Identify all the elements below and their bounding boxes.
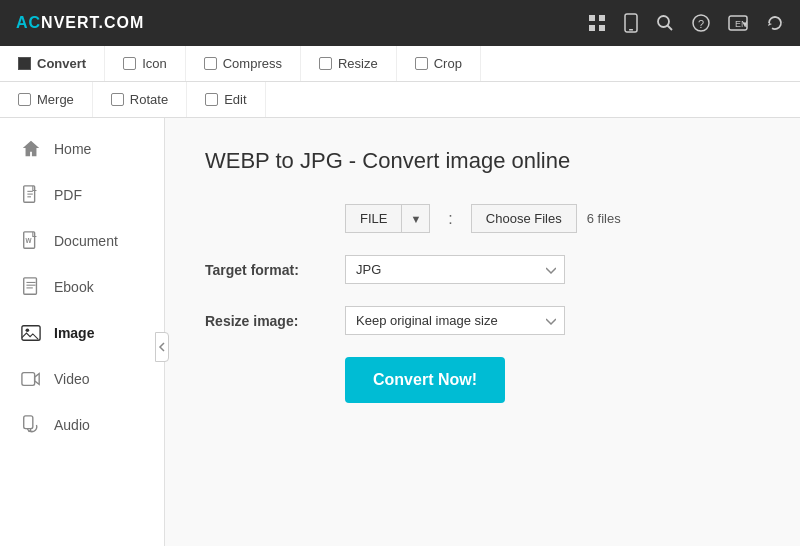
sidebar-item-video[interactable]: Video xyxy=(0,356,164,402)
file-dropdown-button[interactable]: ▼ xyxy=(402,204,430,233)
nav-item-edit[interactable]: Edit xyxy=(187,82,265,117)
topbar: ACNVERT.COM ? xyxy=(0,0,800,46)
svg-rect-20 xyxy=(24,278,37,294)
check-icon-icon xyxy=(123,57,136,70)
sidebar-collapse-button[interactable] xyxy=(155,332,169,362)
file-button[interactable]: FILE xyxy=(345,204,402,233)
nav-item-icon[interactable]: Icon xyxy=(105,46,186,81)
check-rotate-icon xyxy=(111,93,124,106)
ebook-icon xyxy=(20,276,42,298)
sidebar-item-home[interactable]: Home xyxy=(0,126,164,172)
nav-edit-label: Edit xyxy=(224,92,246,107)
svg-rect-28 xyxy=(24,416,33,429)
svg-text:▼: ▼ xyxy=(782,20,784,29)
nav-menu-row1: Convert Icon Compress Resize Crop xyxy=(0,46,800,82)
target-format-row: Target format: JPG PNG WEBP GIF BMP TIFF xyxy=(205,255,760,284)
svg-text:?: ? xyxy=(698,18,704,30)
page-title: WEBP to JPG - Convert image online xyxy=(205,148,760,174)
check-crop-icon xyxy=(415,57,428,70)
resize-image-label: Resize image: xyxy=(205,313,345,329)
svg-text:W: W xyxy=(26,237,32,244)
svg-rect-2 xyxy=(589,25,595,31)
pdf-icon xyxy=(20,184,42,206)
svg-line-7 xyxy=(668,26,673,31)
target-format-select[interactable]: JPG PNG WEBP GIF BMP TIFF xyxy=(345,255,565,284)
audio-icon xyxy=(20,414,42,436)
file-btn-group: FILE ▼ xyxy=(345,204,430,233)
logo-ac: AC xyxy=(16,14,41,31)
file-control: FILE ▼ : Choose Files 6 files xyxy=(345,204,621,233)
logo-nvert: NVERT.COM xyxy=(41,14,144,31)
sidebar-item-ebook[interactable]: Ebook xyxy=(0,264,164,310)
nav-resize-label: Resize xyxy=(338,56,378,71)
sidebar-item-audio[interactable]: Audio xyxy=(0,402,164,448)
files-count: 6 files xyxy=(587,211,621,226)
document-icon: W xyxy=(20,230,42,252)
nav-item-merge[interactable]: Merge xyxy=(0,82,93,117)
check-edit-icon xyxy=(205,93,218,106)
check-resize-icon xyxy=(319,57,332,70)
svg-rect-3 xyxy=(599,25,605,31)
image-icon xyxy=(20,322,42,344)
check-convert-icon xyxy=(18,57,31,70)
resize-image-row: Resize image: Keep original image size C… xyxy=(205,306,760,335)
nav-item-convert[interactable]: Convert xyxy=(0,46,105,81)
svg-point-6 xyxy=(658,16,669,27)
svg-point-25 xyxy=(26,328,30,332)
sidebar-image-label: Image xyxy=(54,325,94,341)
resize-image-control: Keep original image size Custom size 640… xyxy=(345,306,565,335)
nav-compress-label: Compress xyxy=(223,56,282,71)
sidebar-document-label: Document xyxy=(54,233,118,249)
sidebar-item-document[interactable]: W Document xyxy=(0,218,164,264)
sidebar: Home PDF W Docume xyxy=(0,118,165,546)
sidebar-video-label: Video xyxy=(54,371,90,387)
sidebar-home-label: Home xyxy=(54,141,91,157)
svg-rect-0 xyxy=(589,15,595,21)
nav-item-compress[interactable]: Compress xyxy=(186,46,301,81)
refresh-icon[interactable]: ▼ xyxy=(766,14,784,32)
nav-item-crop[interactable]: Crop xyxy=(397,46,481,81)
video-icon xyxy=(20,368,42,390)
svg-rect-5 xyxy=(629,29,633,31)
sidebar-item-pdf[interactable]: PDF xyxy=(0,172,164,218)
help-icon[interactable]: ? xyxy=(692,14,710,32)
svg-text:▼: ▼ xyxy=(741,20,748,29)
nav-rotate-label: Rotate xyxy=(130,92,168,107)
logo: ACNVERT.COM xyxy=(16,14,144,32)
topbar-icons: ? EN ▼ ▼ xyxy=(588,13,784,33)
sidebar-ebook-label: Ebook xyxy=(54,279,94,295)
choose-files-button[interactable]: Choose Files xyxy=(471,204,577,233)
resize-image-select[interactable]: Keep original image size Custom size 640… xyxy=(345,306,565,335)
nav-icon-label: Icon xyxy=(142,56,167,71)
sidebar-item-image[interactable]: Image xyxy=(0,310,164,356)
target-format-control: JPG PNG WEBP GIF BMP TIFF xyxy=(345,255,565,284)
svg-rect-1 xyxy=(599,15,605,21)
main-content: WEBP to JPG - Convert image online FILE … xyxy=(165,118,800,546)
file-colon: : xyxy=(448,210,452,228)
check-compress-icon xyxy=(204,57,217,70)
file-row: FILE ▼ : Choose Files 6 files xyxy=(205,204,760,233)
svg-rect-26 xyxy=(22,373,35,386)
nav-menu-row2: Merge Rotate Edit xyxy=(0,82,800,118)
nav-convert-label: Convert xyxy=(37,56,86,71)
sidebar-pdf-label: PDF xyxy=(54,187,82,203)
target-format-label: Target format: xyxy=(205,262,345,278)
sidebar-audio-label: Audio xyxy=(54,417,90,433)
search-icon[interactable] xyxy=(656,14,674,32)
language-icon[interactable]: EN ▼ xyxy=(728,14,748,32)
mobile-icon[interactable] xyxy=(624,13,638,33)
check-merge-icon xyxy=(18,93,31,106)
main-layout: Home PDF W Docume xyxy=(0,118,800,546)
nav-item-resize[interactable]: Resize xyxy=(301,46,397,81)
nav-crop-label: Crop xyxy=(434,56,462,71)
home-icon xyxy=(20,138,42,160)
grid-icon[interactable] xyxy=(588,14,606,32)
convert-now-button[interactable]: Convert Now! xyxy=(345,357,505,403)
nav-item-rotate[interactable]: Rotate xyxy=(93,82,187,117)
nav-merge-label: Merge xyxy=(37,92,74,107)
